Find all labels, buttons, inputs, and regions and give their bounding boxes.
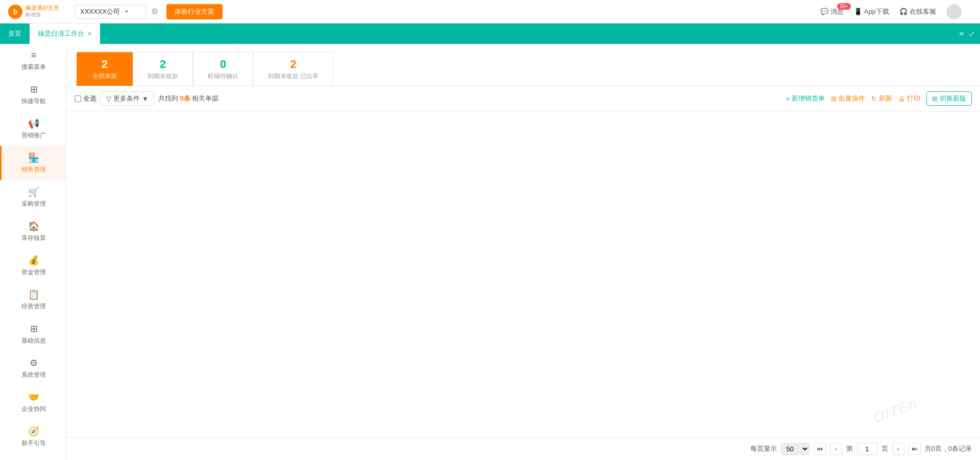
sidebar-item-marketing[interactable]: 📢 营销推广 (0, 112, 66, 146)
sidebar-item-search[interactable]: ≡ 搜索菜单 (0, 44, 66, 78)
message-badge: 99+ (837, 3, 851, 10)
service-icon: 🎧 (899, 8, 908, 15)
stat-tab-overdue[interactable]: 2 到期未收款 (133, 52, 193, 86)
main-layout: ≡ 搜索菜单 ⊞ 快捷导航 📢 营销推广 🏪 销售管理 🛒 采购管理 🏠 库存核… (0, 44, 980, 460)
stat-overdue-number: 2 (148, 58, 178, 71)
print-button[interactable]: 🖨 打印 (898, 94, 920, 103)
sidebar-item-corp[interactable]: 🤝 企业协同 (0, 385, 66, 420)
found-prefix: 共找到 (158, 94, 178, 102)
message-area[interactable]: 💬 消息 99+ (820, 7, 844, 16)
toolbar: 全选 ▽ 更多条件 ▼ 共找到 0条 相关单据 + 新增销货单 ⊞ 批量操作 (66, 86, 980, 111)
trial-button[interactable]: 体验行业方案 (166, 4, 223, 19)
nav-maximize-icon[interactable]: ⤢ (969, 30, 975, 38)
online-service-btn[interactable]: 🎧 在线客服 (899, 7, 936, 16)
sidebar-item-purchase-label: 采购管理 (21, 200, 46, 208)
corp-icon: 🤝 (28, 392, 39, 403)
nav-close-icon[interactable]: ✕ (959, 30, 965, 38)
sidebar-item-inventory[interactable]: 🏠 库存核算 (0, 214, 66, 249)
logo-text-area: 畅捷通好生意 标准版 (26, 5, 59, 18)
logo-subtitle: 标准版 (26, 11, 59, 18)
sidebar-item-basic-label: 基础信息 (21, 336, 46, 345)
found-text: 共找到 0条 相关单据 (158, 94, 218, 103)
add-sales-order-button[interactable]: + 新增销货单 (786, 94, 825, 103)
sidebar-item-operation[interactable]: 📋 经营管理 (0, 283, 66, 317)
company-dropdown-arrow: ▼ (124, 9, 129, 14)
sidebar-item-basic[interactable]: ⊞ 基础信息 (0, 317, 66, 351)
sidebar-item-guide[interactable]: 🧭 新手引导 (0, 420, 66, 454)
sidebar: ≡ 搜索菜单 ⊞ 快捷导航 📢 营销推广 🏪 销售管理 🛒 采购管理 🏠 库存核… (0, 44, 66, 460)
select-all-input[interactable] (75, 95, 81, 102)
sidebar-item-sales[interactable]: 🏪 销售管理 (0, 146, 66, 180)
switch-version-button[interactable]: ⊞ 切换新版 (926, 91, 972, 106)
quick-nav-icon: ⊞ (30, 84, 38, 95)
batch-label: 批量操作 (839, 94, 865, 103)
found-suffix: 相关单据 (192, 94, 218, 102)
stats-bar: 2 全部单据 2 到期未收款 0 旺铺待确认 2 到期未收款 已出库 (66, 44, 980, 86)
logo-area: b 畅捷通好生意 标准版 (8, 5, 75, 19)
batch-icon: ⊞ (831, 95, 837, 103)
prev-page-button[interactable]: ‹ (830, 443, 842, 455)
sidebar-item-system[interactable]: ⚙ 系统管理 (0, 351, 66, 385)
nav-tab-workbench-label: 钱货日清工作台 (38, 29, 84, 38)
sidebar-item-operation-label: 经营管理 (21, 302, 46, 311)
sidebar-item-sales-label: 销售管理 (21, 165, 46, 174)
stat-wangpu-label: 旺铺待确认 (208, 72, 238, 81)
switch-label: 切换新版 (940, 94, 966, 103)
page-size-label: 每页显示 (750, 444, 777, 453)
guide-icon: 🧭 (28, 426, 39, 437)
purchase-icon: 🛒 (28, 186, 39, 198)
stat-all-number: 2 (91, 58, 118, 71)
print-icon: 🖨 (898, 95, 905, 103)
first-page-button[interactable]: ⏮ (814, 443, 826, 455)
sidebar-item-finance[interactable]: 💰 资金管理 (0, 249, 66, 283)
sidebar-item-corp-label: 企业协同 (21, 405, 46, 414)
search-menu-icon: ≡ (31, 50, 37, 61)
sidebar-item-guide-label: 新手引导 (21, 439, 46, 448)
stat-tab-wangpu[interactable]: 0 旺铺待确认 (193, 52, 253, 86)
company-name: XXXXXX公司 (80, 7, 120, 16)
nav-tab-workbench[interactable]: 钱货日清工作台 ✕ (30, 23, 100, 44)
sidebar-item-quick-nav[interactable]: ⊞ 快捷导航 (0, 78, 66, 112)
user-avatar[interactable] (946, 4, 962, 19)
last-page-button[interactable]: ⏭ (909, 443, 921, 455)
pagination-summary: 共0页，0条记录 (925, 444, 972, 453)
page-size-select[interactable]: 50 100 200 (781, 443, 810, 455)
basic-icon: ⊞ (30, 323, 38, 334)
refresh-icon: ↻ (871, 95, 877, 103)
filter-button[interactable]: ▽ 更多条件 ▼ (101, 91, 154, 106)
company-selector[interactable]: XXXXXX公司 ▼ (75, 5, 146, 19)
page-label: 第 (846, 444, 853, 453)
sidebar-item-marketing-label: 营销推广 (21, 131, 46, 140)
switch-icon: ⊞ (932, 95, 938, 103)
nav-tab-home[interactable]: 首页 (0, 23, 30, 44)
marketing-icon: 📢 (28, 118, 39, 129)
batch-operation-button[interactable]: ⊞ 批量操作 (831, 94, 865, 103)
sidebar-item-system-label: 系统管理 (21, 371, 46, 379)
inventory-icon: 🏠 (28, 221, 39, 232)
stat-all-label: 全部单据 (91, 72, 118, 81)
app-download-btn[interactable]: 📱 App下载 (854, 7, 889, 16)
found-count: 0条 (180, 94, 190, 102)
online-service-label: 在线客服 (910, 7, 936, 16)
page-number-input[interactable] (857, 443, 877, 455)
refresh-button[interactable]: ↻ 刷新 (871, 94, 892, 103)
nav-tabs: 首页 钱货日清工作台 ✕ ✕ ⤢ (0, 23, 980, 44)
sidebar-item-appcenter[interactable]: 📦 应用中心 (0, 454, 66, 460)
nav-tab-close-icon[interactable]: ✕ (87, 31, 92, 37)
filter-label: 更多条件 (113, 94, 140, 103)
settings-icon[interactable]: ⚙ (151, 7, 158, 16)
stat-tab-all[interactable]: 2 全部单据 (77, 52, 133, 86)
select-all-checkbox[interactable]: 全选 (75, 94, 96, 103)
stats-tabs: 2 全部单据 2 到期未收款 0 旺铺待确认 2 到期未收款 已出库 (77, 52, 970, 86)
message-icon: 💬 (820, 8, 828, 15)
app-download-label: App下载 (864, 7, 889, 16)
header-right: 💬 消息 99+ 📱 App下载 🎧 在线客服 (820, 4, 972, 19)
app-download-icon: 📱 (854, 8, 862, 15)
sidebar-item-purchase[interactable]: 🛒 采购管理 (0, 180, 66, 214)
stat-tab-shipped[interactable]: 2 到期未收款 已出库 (253, 52, 333, 86)
add-label: 新增销货单 (792, 94, 825, 103)
next-page-button[interactable]: › (892, 443, 904, 455)
stat-overdue-label: 到期未收款 (148, 72, 178, 81)
system-icon: ⚙ (30, 357, 38, 369)
sidebar-item-quicknav-label: 快捷导航 (21, 97, 46, 106)
